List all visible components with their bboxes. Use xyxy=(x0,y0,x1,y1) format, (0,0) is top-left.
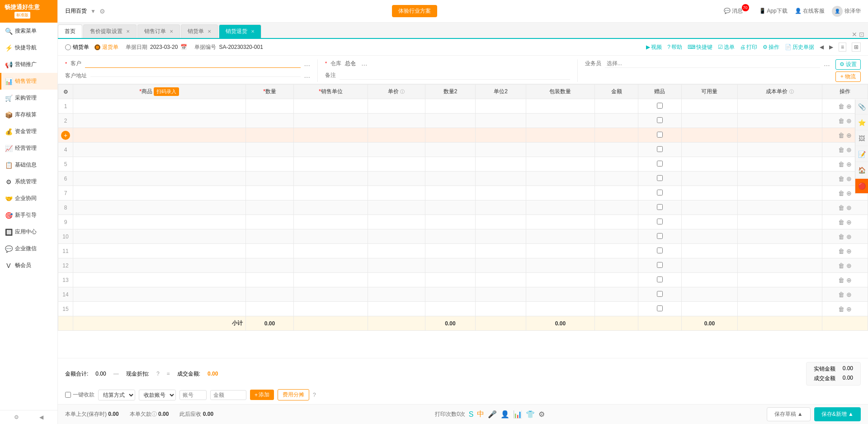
nav-next-icon[interactable]: ▶ xyxy=(829,44,833,50)
tab-price-setup[interactable]: 售价提取设置 ✕ xyxy=(83,24,137,38)
sidebar-item-finance[interactable]: 💰 资金管理 xyxy=(0,123,57,140)
copy-row-btn[interactable]: ⊕ xyxy=(846,276,852,284)
sidebar-item-wechat[interactable]: 💬 企业微信 xyxy=(0,240,57,257)
amount-cell[interactable] xyxy=(595,99,638,114)
product-cell[interactable] xyxy=(73,114,246,128)
help-circle-icon[interactable]: ? xyxy=(313,392,316,398)
quantity2-cell[interactable] xyxy=(425,128,476,143)
copy-row-btn[interactable]: ⊕ xyxy=(846,262,852,269)
one-click-checkbox[interactable] xyxy=(65,392,71,398)
right-icon-paperclip[interactable]: 📎 xyxy=(855,100,868,114)
amount-input[interactable] xyxy=(210,390,246,400)
add-payment-btn[interactable]: + 添加 xyxy=(250,390,274,400)
toolbar-icon-6[interactable]: 👕 xyxy=(526,410,535,419)
logistics-btn[interactable]: + 物流 xyxy=(835,71,861,82)
print-btn[interactable]: 🖨 打印 xyxy=(740,43,757,51)
sales-dots[interactable]: ... xyxy=(824,60,830,68)
warehouse-dots[interactable]: ... xyxy=(361,59,367,67)
sales-unit-cell[interactable] xyxy=(294,128,368,143)
gift-cell[interactable] xyxy=(638,114,682,128)
dropdown-arrow[interactable]: ▲ xyxy=(797,411,803,417)
tab-home[interactable]: 首页 xyxy=(58,24,82,38)
payment-method-select[interactable]: 结算方式 xyxy=(98,390,135,400)
toolbar-icon-4[interactable]: 👤 xyxy=(500,410,509,419)
delete-row-btn[interactable]: 🗑 xyxy=(838,190,844,197)
right-icon-home[interactable]: 🏠 xyxy=(855,163,868,178)
cost-price-cell[interactable] xyxy=(738,99,822,114)
sidebar-item-guide[interactable]: 🎯 新手引导 xyxy=(0,207,57,224)
tab-sales[interactable]: 销货单 ✕ xyxy=(181,24,218,38)
product-cell[interactable] xyxy=(73,128,246,143)
right-icon-active[interactable]: 🔴 xyxy=(855,179,868,194)
app-download-btn[interactable]: 📱 App下载 xyxy=(759,7,788,15)
toolbar-icon-5[interactable]: 📊 xyxy=(513,410,522,419)
available-cell[interactable] xyxy=(681,114,737,128)
info-icon[interactable]: ⓘ xyxy=(151,411,157,417)
toolbar-icon-1[interactable]: S xyxy=(469,410,474,419)
copy-row-btn[interactable]: ⊕ xyxy=(846,248,852,255)
cost-price-cell[interactable] xyxy=(738,128,822,143)
window-close-btn[interactable]: ✕ xyxy=(852,31,857,38)
toolbar-icon-7[interactable]: ⚙ xyxy=(538,410,545,419)
customer-dots[interactable]: ... xyxy=(304,60,310,68)
delete-row-btn[interactable]: 🗑 xyxy=(838,219,844,226)
topbar-dropdown-icon[interactable]: ▼ xyxy=(90,8,96,14)
unit2-cell[interactable] xyxy=(476,99,526,114)
video-btn[interactable]: ▶ 视频 xyxy=(646,43,662,51)
settings-bottom-icon[interactable]: ⚙ xyxy=(14,414,19,420)
online-service-btn[interactable]: 👤 在线客服 xyxy=(795,7,825,15)
delete-row-btn[interactable]: 🗑 xyxy=(838,276,844,284)
sidebar-item-inventory[interactable]: 📦 库存核算 xyxy=(0,106,57,123)
unit-price-cell[interactable] xyxy=(368,99,425,114)
copy-row-btn[interactable]: ⊕ xyxy=(846,219,852,226)
view-toggle-1[interactable]: ≡ xyxy=(839,43,846,52)
account-select[interactable]: 收款账号 xyxy=(139,390,176,400)
experience-btn[interactable]: 体验行业方案 xyxy=(392,5,437,17)
user-menu[interactable]: 👤 徐泽华 xyxy=(832,6,861,17)
delete-row-btn[interactable]: 🗑 xyxy=(838,161,844,168)
amount-cell[interactable] xyxy=(595,128,638,143)
pack-qty-cell[interactable] xyxy=(526,114,594,128)
delete-row-btn[interactable]: 🗑 xyxy=(838,305,844,313)
sidebar-item-purchase[interactable]: 🛒 采购管理 xyxy=(0,90,57,106)
account-number-input[interactable] xyxy=(179,390,207,400)
one-click-collection-label[interactable]: 一键收款 xyxy=(65,391,94,399)
tab-close-icon[interactable]: ✕ xyxy=(170,29,173,34)
delete-row-btn[interactable]: 🗑 xyxy=(838,233,844,240)
right-icon-note[interactable]: 📝 xyxy=(855,147,868,162)
copy-row-btn[interactable]: ⊕ xyxy=(846,233,852,240)
unit2-cell[interactable] xyxy=(476,128,526,143)
customer-input[interactable] xyxy=(85,59,300,68)
right-icon-star[interactable]: ⭐ xyxy=(855,115,868,130)
delete-row-btn[interactable]: 🗑 xyxy=(838,291,844,298)
copy-row-btn[interactable]: ⊕ xyxy=(846,161,852,168)
th-settings[interactable]: ⚙ xyxy=(58,85,73,99)
radio-sales-order[interactable]: 销货单 xyxy=(65,43,89,51)
radio-return-input[interactable] xyxy=(94,44,100,50)
copy-row-btn[interactable]: ⊕ xyxy=(846,146,852,153)
delete-row-btn[interactable]: 🗑 xyxy=(838,117,844,124)
sidebar-item-search[interactable]: 🔍 搜索菜单 xyxy=(0,23,57,39)
sales-unit-cell[interactable] xyxy=(294,114,368,128)
product-cell[interactable] xyxy=(73,99,246,114)
delete-row-btn[interactable]: 🗑 xyxy=(838,103,844,110)
sidebar-item-shortcuts[interactable]: ⚡ 快捷导航 xyxy=(0,39,57,56)
select-btn[interactable]: ☑ 选单 xyxy=(718,43,735,51)
scan-input-btn[interactable]: 扫码录入 xyxy=(154,87,179,96)
pack-qty-cell[interactable] xyxy=(526,99,594,114)
sidebar-item-apps[interactable]: 🔲 应用中心 xyxy=(0,224,57,240)
radio-return-order[interactable]: 退货单 xyxy=(94,43,118,51)
remark-input[interactable] xyxy=(340,71,570,80)
tab-close-icon[interactable]: ✕ xyxy=(251,29,255,34)
topbar-settings-icon[interactable]: ⚙ xyxy=(99,8,105,15)
save-new-btn[interactable]: 保存&新增 ▲ xyxy=(814,407,861,421)
quantity2-cell[interactable] xyxy=(425,114,476,128)
shortcut-btn[interactable]: ⌨ 快捷键 xyxy=(688,43,712,51)
copy-row-btn[interactable]: ⊕ xyxy=(846,305,852,313)
split-btn[interactable]: 费用分摊 xyxy=(278,389,309,400)
quantity2-cell[interactable] xyxy=(425,99,476,114)
calendar-icon[interactable]: 📅 xyxy=(180,44,187,50)
tab-sales-order[interactable]: 销售订单 ✕ xyxy=(137,24,180,38)
gift-cell[interactable] xyxy=(638,99,682,114)
message-area[interactable]: 💬 消息 70 xyxy=(724,7,752,15)
